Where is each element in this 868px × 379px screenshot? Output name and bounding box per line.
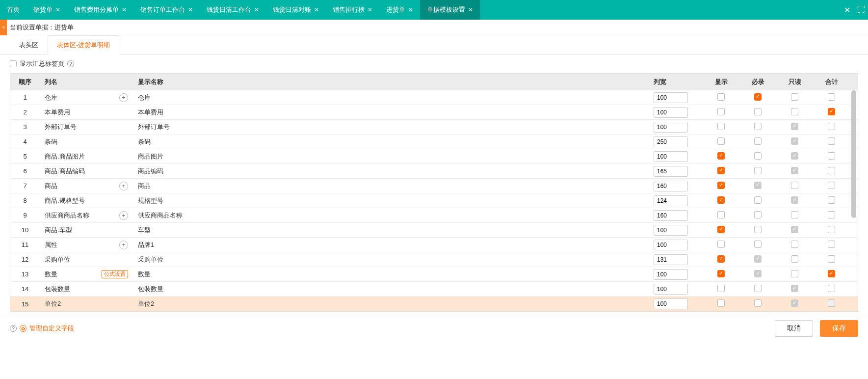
total-checkbox[interactable] [828, 241, 835, 248]
total-checkbox[interactable] [828, 196, 835, 204]
required-checkbox[interactable] [754, 226, 762, 233]
show-checkbox[interactable] [717, 211, 725, 218]
manage-custom-fields-link[interactable]: 管理自定义字段 [29, 324, 74, 333]
cancel-button[interactable]: 取消 [775, 320, 813, 337]
readonly-checkbox[interactable] [791, 255, 798, 263]
width-input[interactable] [654, 195, 688, 206]
expand-handle-icon[interactable]: » [0, 20, 7, 35]
close-icon[interactable]: ✕ [122, 6, 127, 13]
width-input[interactable] [654, 136, 688, 147]
top-tab[interactable]: 销售费用分摊单✕ [67, 0, 133, 20]
close-icon[interactable]: ✕ [408, 6, 413, 13]
required-checkbox[interactable] [754, 196, 762, 204]
readonly-checkbox[interactable] [791, 182, 798, 189]
gear-icon[interactable]: ✿ [20, 325, 26, 332]
total-checkbox[interactable] [828, 255, 835, 263]
show-checkbox[interactable] [717, 167, 725, 174]
width-input[interactable] [654, 240, 688, 250]
top-tab[interactable]: 销售排行榜✕ [326, 0, 379, 20]
show-checkbox[interactable] [717, 108, 725, 115]
show-checkbox[interactable] [717, 93, 725, 101]
total-checkbox[interactable] [828, 270, 835, 277]
show-checkbox[interactable] [717, 255, 725, 263]
close-icon[interactable]: ✕ [468, 6, 473, 13]
required-checkbox[interactable] [754, 108, 762, 115]
top-tab[interactable]: 首页 [0, 0, 26, 20]
total-checkbox[interactable] [828, 108, 835, 115]
save-button[interactable]: 保存 [820, 320, 858, 337]
required-checkbox[interactable] [754, 152, 762, 160]
close-all-icon[interactable]: ✕ [844, 5, 850, 15]
show-checkbox[interactable] [717, 196, 725, 204]
width-input[interactable] [654, 92, 688, 103]
row-name: 商品.商品编码 [40, 167, 133, 176]
close-icon[interactable]: ✕ [254, 6, 259, 13]
readonly-checkbox[interactable] [791, 211, 798, 218]
readonly-checkbox[interactable] [791, 108, 798, 115]
width-input[interactable] [654, 181, 688, 191]
required-checkbox[interactable] [754, 299, 762, 307]
width-input[interactable] [654, 107, 688, 118]
help-icon[interactable]: ? [67, 60, 74, 67]
width-input[interactable] [654, 151, 688, 162]
show-checkbox[interactable] [717, 270, 725, 277]
total-checkbox[interactable] [828, 152, 835, 160]
top-tab[interactable]: 销售订单工作台✕ [133, 0, 200, 20]
show-checkbox[interactable] [717, 299, 725, 307]
add-icon[interactable]: + [119, 211, 128, 220]
required-checkbox[interactable] [754, 123, 762, 130]
show-checkbox[interactable] [717, 241, 725, 248]
show-checkbox[interactable] [717, 285, 725, 292]
top-tab[interactable]: 单据模板设置✕ [420, 0, 480, 20]
width-input[interactable] [654, 284, 688, 295]
total-checkbox[interactable] [828, 137, 835, 145]
required-checkbox[interactable] [754, 241, 762, 248]
add-icon[interactable]: + [119, 241, 128, 249]
add-icon[interactable]: + [119, 182, 128, 190]
width-input[interactable] [654, 269, 688, 280]
required-checkbox[interactable] [754, 285, 762, 292]
total-checkbox[interactable] [828, 123, 835, 130]
top-tab[interactable]: 钱货日清工作台✕ [200, 0, 266, 20]
width-input[interactable] [654, 166, 688, 177]
readonly-checkbox[interactable] [791, 241, 798, 248]
total-checkbox[interactable] [828, 285, 835, 292]
show-checkbox[interactable] [717, 226, 725, 233]
total-checkbox[interactable] [828, 167, 835, 174]
width-input[interactable] [654, 122, 688, 133]
footer-help-icon[interactable]: ? [10, 325, 17, 332]
sub-tab[interactable]: 表体区-进货单明细 [48, 35, 119, 54]
sub-tab[interactable]: 表头区 [10, 35, 48, 54]
fullscreen-icon[interactable]: ⛶ [857, 5, 865, 14]
top-tab[interactable]: 钱货日清对账✕ [266, 0, 326, 20]
close-icon[interactable]: ✕ [314, 6, 319, 13]
scrollbar-thumb[interactable] [851, 90, 856, 218]
total-checkbox[interactable] [828, 182, 835, 189]
required-checkbox[interactable] [754, 93, 762, 101]
readonly-checkbox [791, 196, 798, 204]
readonly-checkbox[interactable] [791, 93, 798, 101]
formula-button[interactable]: 公式设置 [102, 270, 128, 278]
readonly-checkbox[interactable] [791, 270, 798, 277]
close-icon[interactable]: ✕ [55, 6, 60, 13]
show-checkbox[interactable] [717, 123, 725, 130]
width-input[interactable] [654, 225, 688, 236]
show-checkbox[interactable] [717, 137, 725, 145]
top-tab[interactable]: 销货单✕ [26, 0, 67, 20]
show-checkbox[interactable] [717, 152, 725, 160]
required-checkbox[interactable] [754, 167, 762, 174]
width-input[interactable] [654, 210, 688, 221]
add-icon[interactable]: + [119, 93, 128, 102]
close-icon[interactable]: ✕ [368, 6, 372, 13]
width-input[interactable] [654, 254, 688, 265]
close-icon[interactable]: ✕ [188, 6, 193, 13]
total-checkbox[interactable] [828, 211, 835, 218]
top-tab[interactable]: 进货单✕ [379, 0, 420, 20]
total-checkbox[interactable] [828, 93, 835, 101]
show-checkbox[interactable] [717, 182, 725, 189]
required-checkbox[interactable] [754, 137, 762, 145]
width-input[interactable] [654, 298, 688, 309]
show-summary-checkbox[interactable] [10, 60, 17, 67]
total-checkbox[interactable] [828, 226, 835, 233]
required-checkbox[interactable] [754, 211, 762, 218]
